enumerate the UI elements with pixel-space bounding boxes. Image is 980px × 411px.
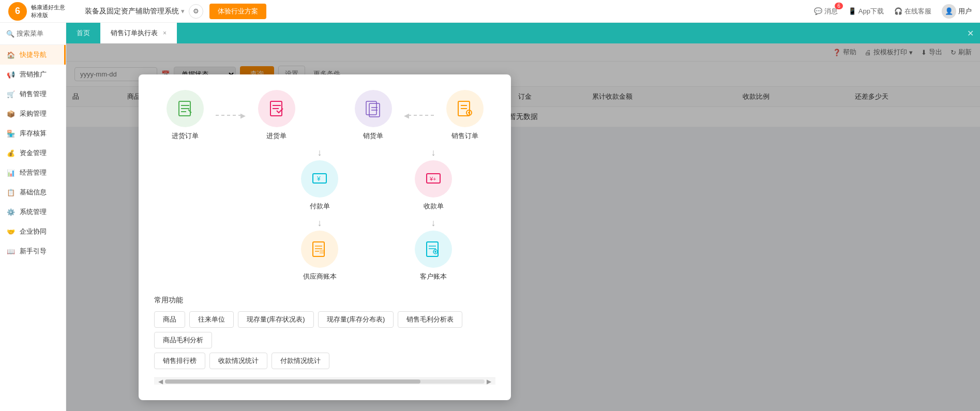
sales-order-circle[interactable] <box>446 90 484 127</box>
app-download-action[interactable]: 📱 App下载 <box>848 7 884 16</box>
sidebar-item-base-info[interactable]: 📋 基础信息 <box>0 182 66 202</box>
space-ar3 <box>252 215 283 231</box>
sidebar-label-operations: 经营管理 <box>20 168 47 177</box>
experience-button[interactable]: 体验行业方案 <box>209 4 266 19</box>
sidebar-item-guide[interactable]: 📖 新手引导 <box>0 241 66 261</box>
flow-node-sales-order: 销售订单 <box>434 90 495 141</box>
payment-bill-circle[interactable]: ¥ <box>301 160 338 197</box>
function-buttons-row2: 销售排行榜 收款情况统计 付款情况统计 <box>154 353 495 369</box>
sidebar-label-inventory: 库存核算 <box>20 129 47 138</box>
arrow-down-icon-3: ↓ <box>318 215 322 231</box>
marketing-icon: 📢 <box>6 70 16 79</box>
purchase-order-circle[interactable] <box>167 90 204 127</box>
arrow-down-receipt: ↓ <box>397 215 470 231</box>
sales-icon: 🛒 <box>6 89 16 99</box>
func-btn-product-gross[interactable]: 商品毛利分析 <box>154 332 212 348</box>
finance-icon: 💰 <box>6 148 16 158</box>
customer-ledger-circle[interactable] <box>415 231 452 268</box>
tab-close-icon[interactable]: × <box>163 29 167 37</box>
sidebar-label-system: 系统管理 <box>20 207 47 217</box>
supplier-ledger-circle[interactable] <box>301 231 338 268</box>
func-btn-payment-stats[interactable]: 付款情况统计 <box>272 353 329 369</box>
func-btn-receipt-stats[interactable]: 收款情况统计 <box>209 353 267 369</box>
tab-bar-close[interactable]: ✕ <box>967 28 974 38</box>
settings-icon[interactable]: ⚙ <box>189 4 203 19</box>
space-mid <box>356 145 397 160</box>
guide-icon: 📖 <box>6 247 16 256</box>
receipt-bill-label: 收款单 <box>424 202 444 211</box>
sidebar-item-enterprise[interactable]: 🤝 企业协同 <box>0 222 66 241</box>
top-bar: 6 畅康通好生意 标准版 装备及固定资产辅助管理系统 ▾ ⚙ 体验行业方案 💬 … <box>0 0 980 23</box>
sidebar-item-finance[interactable]: 💰 资金管理 <box>0 143 66 163</box>
sidebar-item-inventory[interactable]: 🏪 库存核算 <box>0 124 66 143</box>
sidebar-item-system[interactable]: ⚙️ 系统管理 <box>0 202 66 222</box>
enterprise-icon: 🤝 <box>6 227 16 236</box>
svg-rect-26 <box>427 242 438 256</box>
sidebar-label-guide: 新手引导 <box>20 247 47 256</box>
search-icon: 🔍 <box>6 30 14 38</box>
sales-order-label: 销售订单 <box>451 131 478 141</box>
logo-text: 畅康通好生意 标准版 <box>31 4 65 19</box>
arrow-down-purchase: ↓ <box>283 145 356 160</box>
svg-text:¥+: ¥+ <box>429 176 436 182</box>
tab-sales-order[interactable]: 销售订单执行表 × <box>100 23 177 43</box>
sidebar-item-sales[interactable]: 🛒 销售管理 <box>0 84 66 104</box>
sidebar-item-quick-nav[interactable]: 🏠 快捷导航 <box>0 45 66 65</box>
sidebar-item-marketing[interactable]: 📢 营销推广 <box>0 65 66 84</box>
tab-home[interactable]: 首页 <box>66 23 100 43</box>
sidebar-label-purchase: 采购管理 <box>20 109 47 118</box>
flow-row-2: ¥ 付款单 <box>154 160 495 211</box>
flow-node-customer-ledger: 客户账本 <box>397 231 470 281</box>
space-ar1 <box>252 145 283 160</box>
space-po3 <box>180 215 252 231</box>
supplier-ledger-icon <box>310 240 329 258</box>
sidebar: 🔍 搜索菜单 🏠 快捷导航 📢 营销推广 🛒 销售管理 📦 采购管理 <box>0 23 66 411</box>
dashed-line-2 <box>408 115 434 116</box>
sidebar-item-operations[interactable]: 📊 经营管理 <box>0 163 66 182</box>
scroll-bar[interactable] <box>165 379 485 384</box>
flow-row-3: 供应商账本 <box>154 231 495 281</box>
space-po <box>180 145 252 160</box>
customer-ledger-icon <box>424 240 443 258</box>
online-service-action[interactable]: 🎧 在线客服 <box>894 7 931 16</box>
tab-bar: 首页 销售订单执行表 × ✕ <box>66 23 980 43</box>
func-btn-sales-rank[interactable]: 销售排行榜 <box>154 353 205 369</box>
user-label: 用户 <box>958 7 972 16</box>
scroll-left-btn[interactable]: ◀ <box>156 378 165 385</box>
scroll-thumb <box>165 379 420 384</box>
flow-arrows-down-row2: ↓ ↓ <box>154 215 495 231</box>
purchase-bill-icon <box>267 99 286 118</box>
purchase-bill-circle[interactable] <box>258 90 295 127</box>
sales-bill-label: 销货单 <box>363 131 383 141</box>
sidebar-search[interactable]: 🔍 搜索菜单 <box>0 23 66 45</box>
avatar: 👤 <box>942 4 956 19</box>
flow-diagram: 进货订单 ▶ <box>154 90 495 285</box>
flow-arrow-right-1: ▶ <box>216 112 246 119</box>
arrow-head-1: ▶ <box>240 112 246 119</box>
func-btn-stock-status[interactable]: 现存量(库存状况表) <box>238 311 314 328</box>
logo-area: 6 畅康通好生意 标准版 <box>8 2 74 21</box>
online-service-label: 在线客服 <box>904 7 931 16</box>
sales-bill-circle[interactable] <box>355 90 392 127</box>
func-btn-partner[interactable]: 往来单位 <box>189 311 234 328</box>
service-icon: 🎧 <box>894 7 902 15</box>
func-btn-product[interactable]: 商品 <box>154 311 185 328</box>
search-label: 搜索菜单 <box>17 29 43 38</box>
sidebar-label-quick-nav: 快捷导航 <box>20 50 47 59</box>
search-menu[interactable]: 🔍 搜索菜单 <box>4 27 62 40</box>
message-action[interactable]: 💬 消息 6 <box>814 7 838 16</box>
func-btn-sales-gross[interactable]: 销售毛利分析表 <box>398 311 462 328</box>
sales-order-icon <box>456 99 474 118</box>
dropdown-icon[interactable]: ▾ <box>181 7 185 15</box>
flow-node-payment-bill: ¥ 付款单 <box>283 160 356 211</box>
user-action[interactable]: 👤 用户 <box>942 4 972 19</box>
modal: 进货订单 ▶ <box>139 74 511 400</box>
supplier-ledger-label: 供应商账本 <box>303 272 337 281</box>
function-buttons: 商品 往来单位 现存量(库存状况表) 现存量(库存分布表) 销售毛利分析表 商品… <box>154 311 495 348</box>
receipt-bill-circle[interactable]: ¥+ <box>415 160 452 197</box>
sidebar-label-base-info: 基础信息 <box>20 188 47 197</box>
scroll-right-btn[interactable]: ▶ <box>485 378 493 385</box>
svg-rect-25 <box>320 250 325 254</box>
sidebar-item-purchase[interactable]: 📦 采购管理 <box>0 104 66 124</box>
func-btn-stock-dist[interactable]: 现存量(库存分布表) <box>318 311 394 328</box>
